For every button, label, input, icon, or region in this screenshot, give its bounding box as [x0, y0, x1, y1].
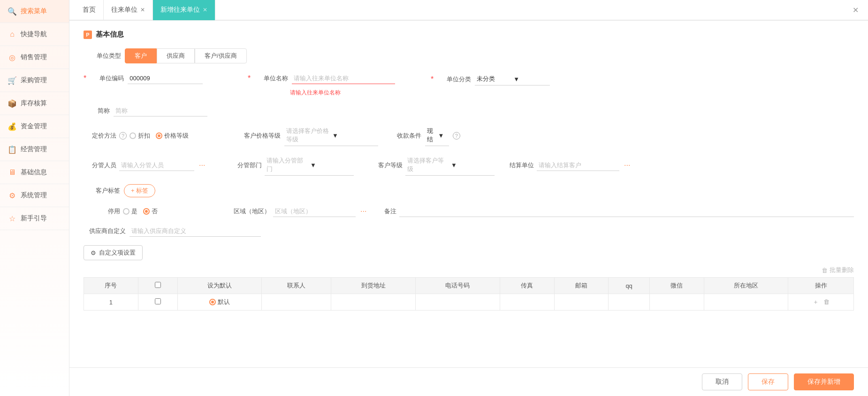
customer-price-level-select[interactable]: 请选择客户价格等级 ▼	[284, 125, 378, 146]
window-close-button[interactable]: ✕	[849, 4, 862, 16]
pricing-method-help[interactable]: ?	[119, 132, 127, 140]
col-fax: 传真	[500, 278, 554, 294]
add-row-icon[interactable]: ＋	[813, 298, 819, 305]
table-row: 1 默认	[84, 294, 854, 311]
row-phone	[416, 294, 500, 311]
type-btn-customer[interactable]: 客户	[125, 48, 157, 63]
disable-label: 停用	[84, 207, 120, 216]
col-email: 邮箱	[554, 278, 609, 294]
customer-price-level-label: 客户价格等级	[243, 132, 281, 140]
custom-settings-button[interactable]: ⚙ 自定义项设置	[84, 245, 143, 260]
row-check	[138, 294, 177, 311]
sidebar-item-label: 采购管理	[21, 76, 47, 85]
unit-name-field: * 单位名称 请输入往来单位名称	[248, 73, 417, 97]
short-name-field: 简称	[84, 105, 234, 116]
tab-new-contact[interactable]: 新增往来单位 ✕	[153, 0, 215, 20]
row-action: ＋ 🗑	[788, 294, 854, 311]
payment-terms-help[interactable]: ?	[453, 132, 460, 140]
disable-row: 停用 是 否 区域（地区） ···	[84, 206, 854, 217]
payment-terms-select[interactable]: 现结 ▼	[425, 125, 449, 146]
sidebar-item-finance[interactable]: 💰 资金管理	[0, 115, 69, 138]
select-all-checkbox[interactable]	[155, 282, 161, 288]
short-name-row: 简称	[84, 105, 854, 116]
tab-contacts-label: 往来单位	[111, 6, 137, 14]
close-new-contact-icon[interactable]: ✕	[203, 7, 207, 13]
type-btn-supplier[interactable]: 供应商	[157, 48, 195, 63]
sidebar-item-system[interactable]: ⚙ 系统管理	[0, 184, 69, 207]
unit-name-input[interactable]	[292, 73, 395, 84]
col-check	[138, 278, 177, 294]
customer-price-level-chevron: ▼	[332, 132, 376, 139]
settlement-unit-more-icon[interactable]: ···	[622, 161, 632, 170]
settlement-unit-label: 结算单位	[506, 161, 534, 170]
add-tag-button[interactable]: + 标签	[124, 184, 155, 197]
close-contacts-icon[interactable]: ✕	[140, 7, 145, 13]
sidebar-item-guide[interactable]: ☆ 新手引导	[0, 207, 69, 230]
remark-input[interactable]	[399, 206, 854, 217]
sidebar: 🔍 搜索菜单 ⌂ 快捷导航 ◎ 销售管理 🛒 采购管理 📦 库存核算 💰 资金管…	[0, 0, 69, 396]
batch-delete-area: 🗑 批量删除	[84, 266, 854, 274]
system-icon: ⚙	[8, 191, 17, 200]
dept-select[interactable]: 请输入分管部门 ▼	[265, 155, 354, 176]
unit-type-row: 单位类型 客户 供应商 客户/供应商	[84, 48, 854, 63]
guide-icon: ☆	[8, 214, 17, 223]
unit-category-select[interactable]: 未分类 ▼	[475, 73, 550, 85]
delete-row-icon[interactable]: 🗑	[823, 298, 830, 305]
region-more-icon[interactable]: ···	[358, 207, 368, 216]
sidebar-item-nav[interactable]: ⌂ 快捷导航	[0, 23, 69, 46]
sidebar-item-label: 新手引导	[21, 214, 47, 223]
radio-yes[interactable]: 是	[123, 207, 137, 216]
batch-delete-label[interactable]: 批量删除	[830, 266, 854, 274]
radio-price-level[interactable]: 价格等级	[156, 132, 189, 140]
pricing-row: 定价方法 ? 折扣 价格等级 客户价格等级 请选择客户价格等级	[84, 125, 854, 146]
col-contact: 联系人	[262, 278, 331, 294]
supervisor-row: 分管人员 ··· 分管部门 请输入分管部门 ▼ 客户等级 请选择客户等级 ▼	[84, 155, 854, 176]
sidebar-item-info[interactable]: 🖥 基础信息	[0, 161, 69, 184]
radio-discount[interactable]: 折扣	[129, 132, 150, 140]
save-new-button[interactable]: 保存并新增	[794, 373, 854, 390]
bottom-bar: 取消 保存 保存并新增	[69, 367, 868, 396]
sidebar-item-business[interactable]: 📋 经营管理	[0, 138, 69, 161]
disable-radio-group: 是 否	[123, 207, 158, 216]
supervisor-more-icon[interactable]: ···	[197, 161, 207, 170]
row-default-radio[interactable]: 默认	[183, 298, 257, 306]
sidebar-item-search[interactable]: 🔍 搜索菜单	[0, 0, 69, 23]
save-button[interactable]: 保存	[748, 373, 788, 390]
price-level-label: 价格等级	[164, 132, 189, 140]
supplier-custom-input[interactable]	[129, 225, 261, 237]
region-input[interactable]	[273, 206, 356, 217]
unit-code-input[interactable]	[128, 73, 203, 84]
pricing-radio-group: 折扣 价格等级	[129, 132, 189, 140]
tab-home[interactable]: 首页	[75, 0, 104, 20]
cancel-button[interactable]: 取消	[702, 373, 742, 390]
remark-label: 备注	[378, 207, 396, 216]
gear-icon: ⚙	[91, 249, 96, 256]
unit-name-label: 单位名称	[255, 74, 288, 83]
tab-new-contact-label: 新增往来单位	[160, 6, 200, 14]
settlement-unit-input[interactable]	[537, 160, 619, 171]
sidebar-item-inventory[interactable]: 📦 库存核算	[0, 92, 69, 115]
customer-level-select[interactable]: 请选择客户等级 ▼	[405, 155, 495, 176]
sidebar-item-sales[interactable]: ◎ 销售管理	[0, 46, 69, 69]
supplier-custom-label: 供应商自定义	[84, 227, 126, 235]
tag-label: 客户标签	[84, 186, 120, 195]
dept-chevron: ▼	[310, 162, 352, 169]
inventory-icon: 📦	[8, 99, 17, 108]
row-address	[331, 294, 416, 311]
sidebar-item-purchase[interactable]: 🛒 采购管理	[0, 69, 69, 92]
supervisor-input[interactable]	[119, 160, 194, 171]
finance-icon: 💰	[8, 122, 17, 131]
row-qq	[609, 294, 649, 311]
supervisor-label: 分管人员	[84, 161, 116, 170]
unit-category-label: 单位分类	[438, 75, 471, 84]
unit-category-field: * 单位分类 未分类 ▼	[431, 73, 571, 85]
radio-price-level-circle	[156, 132, 162, 139]
row-seq: 1	[84, 294, 138, 311]
radio-no[interactable]: 否	[143, 207, 158, 216]
tab-contacts[interactable]: 往来单位 ✕	[104, 0, 153, 20]
row-email	[554, 294, 609, 311]
type-btn-both[interactable]: 客户/供应商	[195, 48, 247, 63]
unit-code-row: * 单位编码 * 单位名称 请输入往来单位名称 *	[84, 73, 854, 97]
row-checkbox[interactable]	[155, 298, 161, 304]
short-name-input[interactable]	[114, 105, 207, 116]
